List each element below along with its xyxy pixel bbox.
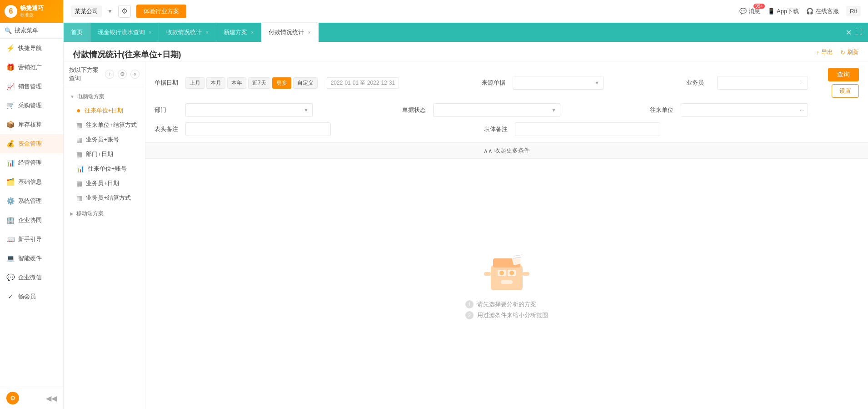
export-icon: ↑ [817, 49, 820, 56]
tab-new-plan[interactable]: 新建方案 × [216, 23, 261, 42]
scheme-group-pc-title[interactable]: ▼ 电脑端方案 [64, 90, 145, 103]
scheme-settings-icon[interactable]: ⚙ [118, 70, 127, 79]
sidebar-logo: 6 畅捷通巧 标准版 [0, 0, 63, 23]
partner-select[interactable]: ··· [681, 103, 808, 117]
sidebar-item-operation[interactable]: 📊 经营管理 [0, 153, 63, 172]
tabbar: 首页 现金银行流水查询 × 收款情况统计 × 新建方案 × 付款情况统计 × ✕… [64, 23, 868, 42]
tab-receipt-stats[interactable]: 收款情况统计 × [159, 23, 216, 42]
scheme-group-mobile-title[interactable]: ▶ 移动端方案 [64, 207, 145, 220]
sidebar-item-wechat[interactable]: 💬 企业微信 [0, 268, 63, 287]
source-select[interactable]: ▼ [513, 76, 604, 90]
last-month-btn[interactable]: 上月 [185, 77, 205, 89]
sidebar-collapse-button[interactable]: ◀◀ [46, 394, 57, 403]
company-selector[interactable]: 某某公司 [71, 5, 102, 17]
sidebar-item-marketing[interactable]: 🎁 营销推广 [0, 58, 63, 77]
collapse-bar[interactable]: ∧∧ 收起更多条件 [145, 143, 868, 159]
phone-icon: 📱 [768, 8, 775, 15]
table-head-note-input[interactable] [185, 122, 331, 136]
page-header-actions: ↑ 导出 ↻ 刷新 [817, 48, 859, 61]
hint-item-1: 1 请先选择要分析的方案 [465, 300, 548, 308]
refresh-button[interactable]: ↻ 刷新 [840, 48, 859, 56]
trial-button[interactable]: 体验行业方案 [136, 5, 186, 18]
sidebar-item-hardware[interactable]: 💻 智能硬件 [0, 249, 63, 268]
filter-settings-button[interactable]: 设置 [832, 84, 859, 98]
staff-select[interactable]: ··· [717, 76, 808, 90]
sidebar-item-capital[interactable]: 💰 资金管理 [0, 134, 63, 153]
headset-icon: 🎧 [806, 8, 813, 15]
svg-point-4 [499, 271, 504, 275]
guide-icon: 📖 [6, 235, 15, 243]
topbar: 某某公司 ▼ ⚙ 体验行业方案 💬 消息 99+ 📱 App下载 🎧 在线客服 … [64, 0, 868, 23]
scheme-active-icon: ● [76, 106, 81, 115]
online-service-button[interactable]: 🎧 在线客服 [806, 7, 839, 15]
sidebar-item-basic[interactable]: 🗂️ 基础信息 [0, 172, 63, 192]
topbar-gear-button[interactable]: ⚙ [118, 5, 131, 18]
scheme-item-unit-date[interactable]: ● 往来单位+日期 [64, 103, 145, 118]
receipt-stats-tab-close-icon[interactable]: × [205, 30, 208, 35]
scheme-item-dept-date[interactable]: ▦ 部门+日期 [64, 147, 145, 162]
result-area: 1 请先选择要分析的方案 2 用过滤条件来缩小分析范围 [145, 159, 868, 409]
hint-num-2: 2 [465, 311, 474, 319]
sidebar-item-inventory[interactable]: 📦 库存核算 [0, 115, 63, 134]
doc-status-label: 单据状态 [402, 106, 428, 114]
query-button[interactable]: 查询 [828, 68, 859, 81]
table-body-note-input[interactable] [515, 122, 660, 136]
tab-expand-icon[interactable]: ⛶ [855, 28, 863, 36]
page-title: 付款情况统计(往来单位+日期) [73, 49, 181, 60]
settings-bottom-icon[interactable]: ⚙ [6, 392, 19, 404]
tab-home[interactable]: 首页 [64, 23, 90, 42]
scheme-item-staff-settle[interactable]: ▦ 业务员+结算方式 [64, 191, 145, 205]
member-icon: ✓ [6, 293, 15, 301]
search-menu[interactable]: 🔍 搜索菜单 [0, 23, 63, 39]
sidebar-nav: ⚡ 快捷导航 🎁 营销推广 📈 销售管理 🛒 采购管理 📦 库存核算 💰 资金管… [0, 39, 63, 387]
operation-icon: 📊 [6, 159, 15, 167]
sidebar-item-member[interactable]: ✓ 畅会员 [0, 287, 63, 306]
scheme-group-mobile: ▶ 移动端方案 [64, 207, 145, 220]
scheme-list: ▼ 电脑端方案 ● 往来单位+日期 ▦ 往来单位+结算方式 ▦ [64, 87, 145, 409]
scheme-item-unit-settle[interactable]: ▦ 往来单位+结算方式 [64, 118, 145, 132]
svg-rect-7 [484, 272, 491, 276]
export-button[interactable]: ↑ 导出 [817, 48, 833, 56]
sidebar-item-guide[interactable]: 📖 新手引导 [0, 230, 63, 249]
more-date-btn[interactable]: 更多 [272, 77, 291, 89]
sidebar-item-system[interactable]: ⚙️ 系统管理 [0, 192, 63, 211]
scheme-item-staff-date[interactable]: ▦ 业务员+日期 [64, 176, 145, 191]
scheme-item-unit-account[interactable]: 📊 往来单位+账号 [64, 162, 145, 176]
cash-flow-tab-label: 现金银行流水查询 [98, 28, 145, 36]
partner-select-arrow-icon: ··· [800, 107, 804, 113]
scheme-item-staff-account[interactable]: ▦ 业务员+账号 [64, 132, 145, 147]
cash-flow-tab-close-icon[interactable]: × [149, 30, 151, 35]
custom-date-btn[interactable]: 自定义 [293, 77, 318, 89]
page-header: 付款情况统计(往来单位+日期) ↑ 导出 ↻ 刷新 [64, 42, 868, 61]
doc-status-select[interactable]: ▼ [433, 103, 560, 117]
scheme-panel: 按以下方案查询 + ⚙ « ▼ 电脑端方案 ● 往来单位+日期 [64, 61, 145, 409]
payment-stats-tab-close-icon[interactable]: × [308, 30, 310, 35]
tab-close-all-icon[interactable]: ✕ [846, 28, 852, 37]
app-download-button[interactable]: 📱 App下载 [768, 7, 799, 15]
scheme-collapse-icon[interactable]: « [130, 70, 140, 79]
doc-status-select-arrow-icon: ▼ [551, 107, 556, 113]
tab-payment-stats[interactable]: 付款情况统计 × [261, 23, 318, 42]
tab-cash-flow[interactable]: 现金银行流水查询 × [90, 23, 159, 42]
this-year-btn[interactable]: 本年 [227, 77, 246, 89]
new-plan-tab-close-icon[interactable]: × [251, 30, 254, 35]
svg-rect-8 [523, 272, 529, 276]
date-quick-btns: 上月 本月 本年 近7天 更多 自定义 [185, 77, 318, 89]
sidebar-item-quick-nav[interactable]: ⚡ 快捷导航 [0, 39, 63, 58]
messages-button[interactable]: 💬 消息 99+ [739, 7, 760, 15]
enterprise-icon: 🏢 [6, 216, 15, 224]
company-chevron-icon[interactable]: ▼ [107, 8, 113, 15]
user-account[interactable]: Rit [846, 6, 861, 16]
staff-label: 业务员 [686, 79, 712, 87]
last-7-days-btn[interactable]: 近7天 [248, 77, 270, 89]
date-range-display[interactable]: 2022-01-01 至 2022-12-31 [327, 77, 399, 89]
scheme-table-icon-3: ▦ [76, 151, 82, 158]
scheme-table-icon-1: ▦ [76, 121, 82, 129]
filter-row-3: 表头备注 表体备注 [155, 122, 859, 136]
sidebar-item-purchase[interactable]: 🛒 采购管理 [0, 96, 63, 115]
sidebar-item-sales[interactable]: 📈 销售管理 [0, 77, 63, 96]
sidebar-item-enterprise[interactable]: 🏢 企业协同 [0, 211, 63, 230]
this-month-btn[interactable]: 本月 [206, 77, 225, 89]
scheme-add-icon[interactable]: + [105, 70, 114, 79]
dept-select[interactable]: ▼ [185, 103, 313, 117]
